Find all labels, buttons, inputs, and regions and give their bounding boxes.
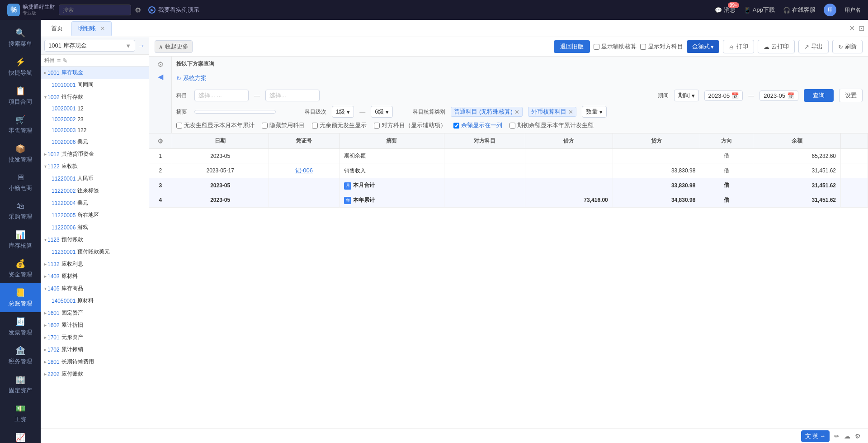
export-btn[interactable]: ↗ 导出 bbox=[798, 40, 829, 53]
sidebar-item-inventory[interactable]: 📊 库存核算 bbox=[0, 225, 41, 254]
edit-icon[interactable]: ✏ bbox=[834, 433, 840, 440]
tree-node-1002[interactable]: ▾ 1002 银行存款 bbox=[41, 91, 149, 103]
tree-node-14050001[interactable]: 14050001 原材料 bbox=[41, 295, 149, 307]
tree-node-10020003[interactable]: 10020003 122 bbox=[41, 125, 149, 136]
cb-hide-disabled-input[interactable] bbox=[262, 123, 268, 129]
cb-no-amount-input[interactable] bbox=[176, 123, 182, 129]
cb-counterpart[interactable]: 对方科目（显示辅助项） bbox=[374, 121, 446, 129]
sidebar-item-ledger[interactable]: 📒 总账管理 bbox=[0, 283, 41, 312]
settings-btn[interactable]: 设置 bbox=[839, 89, 863, 102]
cloud-icon[interactable]: ☁ bbox=[844, 433, 850, 440]
tree-node-1123[interactable]: ▾ 1123 预付账款 bbox=[41, 233, 149, 246]
back-old-version-btn[interactable]: 退回旧版 bbox=[554, 40, 590, 53]
sidebar-item-invoice[interactable]: 🧾 发票管理 bbox=[0, 312, 41, 341]
show-subject-checkbox[interactable]: 显示对方科目 bbox=[640, 43, 683, 51]
tree-node-11220002[interactable]: 11220002 往来标签 bbox=[41, 185, 149, 197]
sidebar-item-operations[interactable]: 📈 经营管理 bbox=[0, 428, 41, 443]
account-navigate-icon[interactable]: → bbox=[138, 42, 145, 50]
show-subject-input[interactable] bbox=[640, 44, 646, 50]
cb-no-balance[interactable]: 无余额无发生显示 bbox=[312, 121, 367, 129]
show-check-checkbox[interactable]: 显示辅助核算 bbox=[594, 43, 637, 51]
online-service-btn[interactable]: 🎧 在线客服 bbox=[783, 6, 816, 14]
tab-home[interactable]: 首页 bbox=[44, 21, 70, 36]
search-area[interactable] bbox=[59, 5, 131, 15]
avatar[interactable]: 用 bbox=[824, 4, 836, 16]
show-check-input[interactable] bbox=[594, 44, 599, 50]
message-btn[interactable]: 💬 消息 99+ bbox=[715, 6, 736, 14]
sidebar-item-assets[interactable]: 🏢 固定资产 bbox=[0, 370, 41, 399]
cb-hide-disabled[interactable]: 隐藏禁用科目 bbox=[262, 121, 305, 129]
subject-input[interactable]: 选择... ··· bbox=[194, 90, 249, 101]
cell-voucher[interactable]: 记-006 bbox=[269, 163, 339, 178]
tag-foreign-close-icon[interactable]: ✕ bbox=[568, 109, 573, 115]
account-selector[interactable]: 1001 库存现金 ▼ bbox=[44, 40, 135, 52]
col-settings[interactable]: ⚙ bbox=[149, 133, 172, 149]
sidebar-item-ecommerce[interactable]: 🖥 小畅电商 bbox=[0, 168, 41, 197]
tree-node-10020006[interactable]: 10020006 美元 bbox=[41, 136, 149, 148]
app-download-btn[interactable]: 📱 App下载 bbox=[744, 6, 775, 14]
collapse-more-btn[interactable]: ∧ 收起更多 bbox=[155, 40, 193, 53]
sidebar-item-project[interactable]: 📋 项目合同 bbox=[0, 81, 41, 110]
tree-node-1702[interactable]: ▸ 1702 累计摊销 bbox=[41, 343, 149, 356]
tab-close-icon[interactable]: ✕ bbox=[100, 25, 105, 32]
subject-input-2[interactable]: 选择... bbox=[265, 90, 320, 101]
tree-node-2202[interactable]: ▸ 2202 应付账款 bbox=[41, 368, 149, 380]
sidebar-item-salary[interactable]: 💵 工资 bbox=[0, 399, 41, 428]
tree-node-11230001[interactable]: 11230001 预付账款美元 bbox=[41, 246, 149, 258]
quantity-select[interactable]: 数量 ▾ bbox=[582, 106, 607, 118]
sidebar-item-nav[interactable]: ⚡ 快捷导航 bbox=[0, 52, 41, 81]
tree-node-10020001[interactable]: 10020001 12 bbox=[41, 103, 149, 114]
tree-node-1801[interactable]: ▸ 1801 长期待摊费用 bbox=[41, 356, 149, 368]
cb-balance-col[interactable]: 余额显示在一列 bbox=[453, 121, 502, 129]
filter-settings-icon[interactable]: ⚙ bbox=[157, 60, 164, 69]
settings-icon[interactable]: ⚙ bbox=[135, 6, 141, 14]
period-type-select[interactable]: 期间 ▾ bbox=[674, 90, 699, 101]
filter-collapse-icon[interactable]: ◀ bbox=[158, 72, 163, 81]
tree-node-1001[interactable]: ▸ 1001 库存现金 bbox=[41, 67, 149, 79]
sidebar-item-wholesale[interactable]: 📦 批发管理 bbox=[0, 139, 41, 168]
tree-node-11220004[interactable]: 11220004 美元 bbox=[41, 197, 149, 209]
level-to-select[interactable]: 6级 ▾ bbox=[371, 106, 393, 118]
cb-balance-col-input[interactable] bbox=[453, 123, 459, 129]
cb-no-balance-input[interactable] bbox=[312, 123, 318, 129]
cb-initial-balance-input[interactable] bbox=[509, 123, 515, 129]
sample-demo[interactable]: ▶ 我要看实例演示 bbox=[148, 6, 199, 14]
tree-node-1405[interactable]: ▾ 1405 库存商品 bbox=[41, 282, 149, 295]
level-from-select[interactable]: 1级 ▾ bbox=[332, 106, 354, 118]
tab-detail[interactable]: 明细账 ✕ bbox=[71, 21, 112, 36]
voucher-link[interactable]: 记-006 bbox=[295, 167, 313, 174]
period-end-input[interactable]: 2023-05 📅 bbox=[760, 91, 798, 101]
sidebar-item-search[interactable]: 🔍 搜索菜单 bbox=[0, 24, 41, 52]
sidebar-item-finance[interactable]: 💰 资金管理 bbox=[0, 254, 41, 283]
tree-node-10010001[interactable]: 10010001 同同同 bbox=[41, 79, 149, 91]
sidebar-item-tax[interactable]: 🏦 税务管理 bbox=[0, 341, 41, 370]
tree-node-1601[interactable]: ▸ 1601 固定资产 bbox=[41, 307, 149, 319]
tree-node-11220005[interactable]: 11220005 所在地区 bbox=[41, 209, 149, 221]
tree-node-1122[interactable]: ▾ 1122 应收款 bbox=[41, 160, 149, 172]
tree-node-11220006[interactable]: 11220006 游戏 bbox=[41, 221, 149, 233]
refresh-btn[interactable]: ↻ 刷新 bbox=[832, 40, 863, 53]
solution-tag[interactable]: ↻ 系统方案 bbox=[176, 74, 207, 82]
tag-normal-close-icon[interactable]: ✕ bbox=[514, 109, 519, 115]
amount-style-btn[interactable]: 金额式 ▾ bbox=[687, 40, 719, 53]
tree-node-10020002[interactable]: 10020002 23 bbox=[41, 114, 149, 125]
cb-counterpart-input[interactable] bbox=[374, 123, 380, 129]
search-btn[interactable]: 查询 bbox=[804, 89, 834, 102]
sidebar-item-retail[interactable]: 🛒 零售管理 bbox=[0, 110, 41, 139]
tree-node-1012[interactable]: ▸ 1012 其他货币资金 bbox=[41, 148, 149, 160]
period-start-input[interactable]: 2023-05 📅 bbox=[704, 91, 743, 101]
print-btn[interactable]: 🖨 打印 bbox=[723, 40, 754, 53]
status-settings-icon[interactable]: ⚙ bbox=[855, 433, 861, 440]
tree-node-1701[interactable]: ▸ 1701 无形资产 bbox=[41, 331, 149, 343]
cb-initial-balance[interactable]: 期初余额显示本年累计发生额 bbox=[509, 121, 594, 129]
tree-add-icon[interactable]: ✎ bbox=[62, 57, 68, 64]
window-close-icon[interactable]: ✕ bbox=[849, 24, 855, 33]
cloud-print-btn[interactable]: ☁ 云打印 bbox=[758, 40, 795, 53]
search-input[interactable] bbox=[59, 5, 131, 15]
tree-node-1602[interactable]: ▸ 1602 累计折旧 bbox=[41, 319, 149, 331]
cb-no-amount[interactable]: 无发生额显示本月本年累计 bbox=[176, 121, 255, 129]
tree-node-1132[interactable]: ▸ 1132 应收利息 bbox=[41, 258, 149, 270]
sidebar-item-purchase[interactable]: 🛍 采购管理 bbox=[0, 197, 41, 225]
window-maximize-icon[interactable]: ⊡ bbox=[859, 24, 864, 33]
tree-node-11220001[interactable]: 11220001 人民币 bbox=[41, 172, 149, 185]
